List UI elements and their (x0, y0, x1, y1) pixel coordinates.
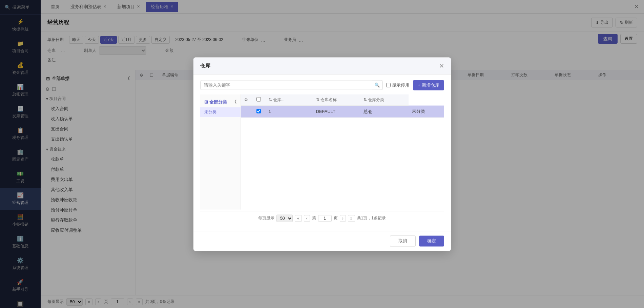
th-category[interactable]: ⇅ 仓库分类 (360, 94, 409, 106)
modal-next-page-btn[interactable]: › (340, 215, 346, 222)
show-disabled-label: 显示停用 (386, 82, 410, 88)
modal-search-box: 🔍 (200, 80, 383, 90)
modal-cancel-button[interactable]: 取消 (390, 235, 416, 247)
modal-footer-buttons: 取消 确定 (193, 231, 451, 251)
modal-table: ⚙ ⇅ 仓库... ⇅ 仓库名称 (241, 94, 444, 118)
modal-collapse-btn[interactable]: 《 (232, 99, 236, 105)
modal-table-header-row: ⚙ ⇅ 仓库... ⇅ 仓库名称 (241, 94, 444, 106)
modal-title: 仓库 (200, 63, 210, 69)
modal-content: ⊞ 全部分类 《 未分类 ⚙ (200, 94, 444, 209)
add-warehouse-label: 新增仓库 (422, 82, 439, 88)
row-settings (241, 106, 253, 118)
add-icon: + (418, 83, 420, 88)
modal-cat-unclassified[interactable]: 未分类 (200, 107, 241, 117)
modal-categories: ⊞ 全部分类 《 未分类 (200, 94, 241, 209)
modal-search-input[interactable] (201, 81, 372, 90)
sort-icon: ⇅ (269, 97, 272, 102)
modal-table-row[interactable]: 1 DEFAULT 总仓 未分类 (241, 106, 444, 118)
modal-page-label: 第 (312, 215, 316, 221)
sort-icon-name: ⇅ (316, 97, 319, 102)
modal-pagination: 每页显示 50 « ‹ 第 页 › » 共1页，1条记录 (200, 211, 444, 225)
row-id: 1 (265, 106, 313, 118)
show-disabled-text: 显示停用 (392, 82, 410, 88)
modal-search-icon[interactable]: 🔍 (372, 81, 382, 90)
th-name[interactable]: ⇅ 仓库名称 (313, 94, 360, 106)
select-all-checkbox[interactable] (256, 97, 261, 102)
add-warehouse-button[interactable]: + 新增仓库 (413, 80, 444, 90)
modal-last-page-btn[interactable]: » (348, 215, 355, 222)
row-name: 总仓 (360, 106, 409, 118)
modal-total-info: 共1页，1条记录 (357, 215, 386, 221)
th-code[interactable]: ⇅ 仓库... (265, 94, 313, 106)
th-checkbox (253, 94, 265, 106)
modal-cat-header: ⊞ 全部分类 《 (200, 97, 241, 107)
modal-per-page-select[interactable]: 50 (276, 214, 293, 222)
row-category: 未分类 (409, 106, 444, 118)
modal-table-wrap: ⚙ ⇅ 仓库... ⇅ 仓库名称 (241, 94, 444, 209)
modal-page-suffix: 页 (334, 215, 338, 221)
cat-grid-icon: ⊞ (204, 100, 208, 105)
modal-close-btn[interactable]: ✕ (439, 62, 444, 69)
modal-toolbar: 🔍 显示停用 + 新增仓库 (200, 80, 444, 90)
modal-header: 仓库 ✕ (193, 57, 451, 75)
modal-page-input[interactable] (318, 215, 332, 222)
row-checkbox[interactable] (253, 106, 265, 118)
warehouse-modal: 仓库 ✕ 🔍 显示停用 + 新增仓库 ⊞ (193, 57, 451, 251)
row-code: DEFAULT (313, 106, 360, 118)
gear-icon[interactable]: ⚙ (244, 98, 248, 102)
modal-prev-page-btn[interactable]: ‹ (304, 215, 310, 222)
show-disabled-checkbox[interactable] (386, 83, 391, 87)
modal-per-page-label: 每页显示 (258, 215, 274, 221)
modal-first-page-btn[interactable]: « (295, 215, 302, 222)
cat-header-label: 全部分类 (209, 99, 227, 105)
sort-icon-cat: ⇅ (363, 97, 367, 102)
modal-confirm-button[interactable]: 确定 (419, 235, 444, 246)
modal-body: 🔍 显示停用 + 新增仓库 ⊞ 全部分类 《 (193, 75, 451, 231)
th-settings: ⚙ (241, 94, 253, 106)
